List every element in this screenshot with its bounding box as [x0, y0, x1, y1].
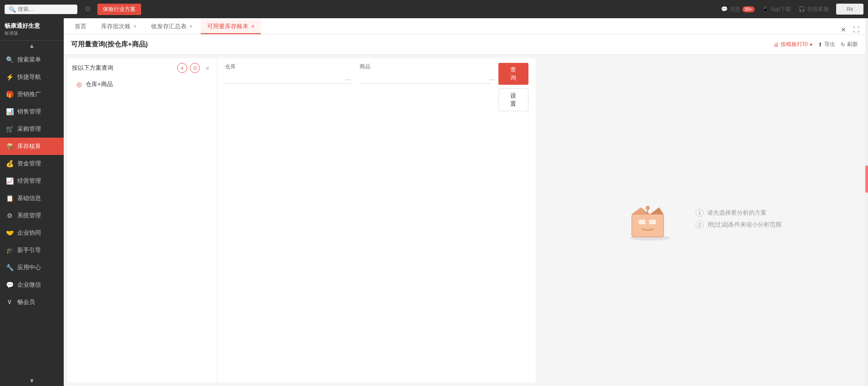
query-left-actions: + ⊙ «	[177, 63, 213, 73]
sidebar: 畅康通好生意 标准版 ▲ 🔍 搜索菜单 ⚡ 快捷导航 🎁 营销推广 📊	[0, 18, 64, 386]
sidebar-item-operations[interactable]: 📈 经营管理	[0, 172, 64, 190]
sidebar-item-search[interactable]: 🔍 搜索菜单	[0, 51, 64, 68]
message-icon: 💬	[721, 6, 728, 12]
sidebar-item-appcenter[interactable]: 🔧 应用中心	[0, 259, 64, 276]
tab-available-qty-close[interactable]: ×	[251, 23, 254, 30]
query-button[interactable]: 查询	[498, 63, 528, 85]
warehouse-input-container: ...	[225, 72, 352, 84]
sidebar-logo: 畅康通好生意 标准版	[0, 18, 64, 41]
export-btn[interactable]: ⬆ 导出	[818, 41, 835, 48]
sidebar-item-wechat[interactable]: 💬 企业微信	[0, 276, 64, 293]
svg-point-6	[646, 206, 650, 210]
warehouse-filter: 仓库 ...	[225, 63, 352, 84]
page-header: 可用量查询(按仓库+商品) 🖨 按模板打印 ▾ ⬆ 导出 ↻ 刷新	[64, 35, 865, 55]
print-btn[interactable]: 🖨 按模板打印 ▾	[773, 41, 812, 48]
warehouse-dots-btn[interactable]: ...	[343, 74, 352, 82]
sidebar-item-label-appcenter: 应用中心	[17, 263, 41, 272]
sidebar-item-label-search: 搜索菜单	[17, 56, 41, 64]
gear-button[interactable]: ⚙	[81, 3, 94, 15]
user-avatar[interactable]: Rit	[836, 4, 863, 15]
tab-summary[interactable]: 收发存汇总表 ×	[145, 20, 199, 34]
sidebar-item-sales[interactable]: 📊 销售管理	[0, 103, 64, 120]
page-title: 可用量查询(按仓库+商品)	[71, 40, 148, 49]
gear-icon: ⚙	[85, 5, 91, 13]
print-icon: 🖨	[773, 41, 779, 48]
sidebar-item-marketing[interactable]: 🎁 营销推广	[0, 86, 64, 103]
sidebar-item-collab[interactable]: 🤝 企业协同	[0, 224, 64, 242]
tab-available-qty[interactable]: 可用量库存账本 ×	[201, 20, 261, 34]
empty-state: 1 请先选择要分析的方案 2 用[过滤]条件来缩小分析范围	[543, 55, 862, 382]
main-content: 按以下方案查询 + ⊙ « ◎ 仓库+商品	[64, 55, 865, 386]
tab-summary-label: 收发存汇总表	[151, 22, 187, 31]
search-menu-icon: 🔍	[5, 56, 14, 64]
search-icon: 🔍	[9, 6, 16, 13]
sidebar-item-member[interactable]: V 畅会员	[0, 293, 64, 311]
sidebar-item-purchase[interactable]: 🛒 采购管理	[0, 120, 64, 138]
sidebar-item-label-quicknav: 快捷导航	[17, 73, 41, 81]
tab-home[interactable]: 首页	[68, 20, 93, 34]
tab-batch-ledger[interactable]: 库存批次账 ×	[95, 20, 143, 34]
app-download-item[interactable]: 📱 App下载	[762, 5, 791, 13]
sidebar-item-label-system: 系统管理	[17, 211, 41, 220]
add-scheme-btn[interactable]: +	[177, 63, 187, 73]
tab-batch-ledger-label: 库存批次账	[101, 22, 131, 31]
goods-dots-btn[interactable]: ...	[487, 74, 496, 82]
export-label: 导出	[824, 41, 835, 48]
warehouse-input[interactable]	[225, 75, 343, 82]
headset-icon: 🎧	[798, 6, 805, 12]
settings-button[interactable]: 设置	[498, 88, 528, 111]
sidebar-item-system[interactable]: ⚙ 系统管理	[0, 207, 64, 224]
sidebar-item-label-marketing: 营销推广	[17, 90, 41, 98]
message-item[interactable]: 💬 消息 99+	[721, 5, 755, 13]
wechat-icon: 💬	[5, 281, 14, 289]
nav-right: 💬 消息 99+ 📱 App下载 🎧 在线客服 Rit	[721, 4, 863, 15]
scroll-thumb[interactable]	[865, 165, 868, 193]
svg-rect-3	[639, 220, 645, 224]
tab-summary-close[interactable]: ×	[189, 23, 193, 30]
sidebar-item-label-guide: 新手引导	[17, 246, 41, 254]
appcenter-icon: 🔧	[5, 263, 14, 272]
sidebar-item-guide[interactable]: 🎓 新手引导	[0, 242, 64, 259]
scheme-item-warehouse-goods[interactable]: ◎ 仓库+商品	[72, 77, 213, 91]
refresh-btn[interactable]: ↻ 刷新	[841, 41, 858, 48]
sidebar-item-label-collab: 企业协同	[17, 229, 41, 237]
app-container: 🔍 ⚙ 体验行业方案 💬 消息 99+ 📱 App下载 🎧	[0, 0, 868, 386]
query-right: 仓库 ... 商品	[218, 58, 536, 382]
goods-label: 商品	[360, 63, 491, 71]
sidebar-item-basic[interactable]: 📋 基础信息	[0, 190, 64, 207]
expand-win-btn[interactable]: ⛶	[852, 25, 861, 34]
sidebar-scroll: 🔍 搜索菜单 ⚡ 快捷导航 🎁 营销推广 📊 销售管理 🛒 采购管理	[0, 51, 64, 376]
system-icon: ⚙	[5, 211, 14, 220]
sidebar-item-finance[interactable]: 💰 资金管理	[0, 155, 64, 172]
search-input[interactable]	[18, 6, 63, 12]
main-layout: 畅康通好生意 标准版 ▲ 🔍 搜索菜单 ⚡ 快捷导航 🎁 营销推广 📊	[0, 18, 868, 386]
trial-button[interactable]: 体验行业方案	[97, 4, 141, 15]
app-download-label: App下载	[771, 5, 791, 13]
online-service-item[interactable]: 🎧 在线客服	[798, 5, 829, 13]
tab-home-label: 首页	[75, 22, 86, 31]
goods-input[interactable]	[360, 75, 487, 82]
sidebar-item-label-purchase: 采购管理	[17, 125, 41, 133]
page-actions: 🖨 按模板打印 ▾ ⬆ 导出 ↻ 刷新	[773, 41, 858, 48]
scroll-up-btn[interactable]: ▲	[0, 41, 64, 51]
empty-hint-1: 1 请先选择要分析的方案	[695, 209, 782, 217]
print-label: 按模板打印	[781, 41, 808, 48]
top-bar: 🔍 ⚙ 体验行业方案 💬 消息 99+ 📱 App下载 🎧	[0, 0, 868, 18]
search-box[interactable]: 🔍	[5, 5, 77, 14]
collapse-btn[interactable]: «	[203, 63, 213, 73]
content-body: 按以下方案查询 + ⊙ « ◎ 仓库+商品	[64, 55, 865, 386]
sidebar-item-quicknav[interactable]: ⚡ 快捷导航	[0, 68, 64, 86]
setting-scheme-btn[interactable]: ⊙	[190, 63, 200, 73]
refresh-icon: ↻	[841, 41, 845, 48]
message-label: 消息	[730, 5, 741, 13]
close-win-btn[interactable]: ✕	[839, 25, 848, 34]
goods-filter: 商品 ...	[360, 63, 491, 84]
finance-icon: 💰	[5, 160, 14, 168]
tab-batch-ledger-close[interactable]: ×	[133, 23, 137, 30]
content-area: 首页 库存批次账 × 收发存汇总表 × 可用量库存账本 × ✕ ⛶	[64, 18, 865, 386]
goods-input-container: ...	[360, 72, 491, 84]
empty-svg	[623, 196, 677, 242]
export-icon: ⬆	[818, 41, 822, 48]
scroll-down-btn[interactable]: ▼	[0, 376, 64, 386]
sidebar-item-inventory[interactable]: 📦 库存核算	[0, 138, 64, 155]
